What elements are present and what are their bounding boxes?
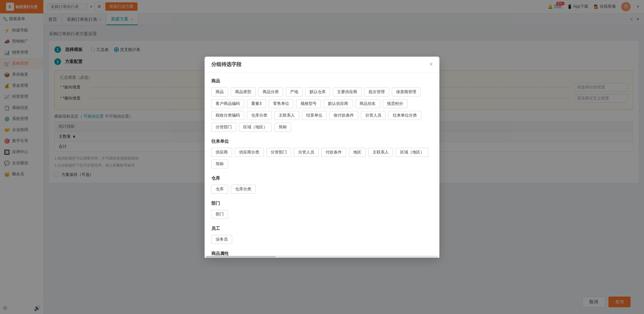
field-tag-warehouse-0[interactable]: 仓库 [211,185,228,194]
field-tag-product-14[interactable]: 拣货积分 [383,99,408,108]
field-tag-product-0[interactable]: 商品 [211,87,228,97]
field-group-partner: 往来单位 供应商 供应商分类 分管部门 分管人员 付款条件 地区 主联系人 区域… [211,138,433,169]
field-tag-product-24[interactable]: 简称 [274,123,291,132]
field-tag-partner-3[interactable]: 分管人员 [294,148,319,157]
field-tag-partner-0[interactable]: 供应商 [211,148,232,157]
field-tag-department-0[interactable]: 部门 [211,210,228,219]
modal-header: 分组待选字段 × [205,57,439,73]
field-group-employee: 员工 业务员 [211,226,433,244]
field-tag-employee-0[interactable]: 业务员 [211,235,232,244]
field-tags-department: 部门 [211,210,433,219]
field-tag-partner-2[interactable]: 分管部门 [266,148,291,157]
field-group-partner-title: 往来单位 [211,138,433,144]
modal-close-button[interactable]: × [430,61,433,67]
field-tag-product-19[interactable]: 收付款条件 [329,111,358,120]
field-tag-product-20[interactable]: 分管人员 [361,111,386,120]
field-tag-partner-4[interactable]: 付款条件 [321,148,346,157]
field-tag-product-5[interactable]: 主要供应商 [333,87,362,97]
field-tag-partner-8[interactable]: 简称 [211,160,228,169]
field-group-warehouse: 仓库 仓库 仓库分类 [211,175,433,194]
scroll-track [206,256,438,257]
field-tag-product-17[interactable]: 主联系人 [274,111,299,120]
field-group-product-attr: 商品属性 属性 颜色 多规格 尺码 鞋码 1 [211,251,433,255]
field-tag-product-15[interactable]: 税收分类编码 [211,111,244,120]
field-tag-product-3[interactable]: 产地 [286,87,303,97]
modal-title: 分组待选字段 [211,61,241,68]
modal-overlay[interactable]: 分组待选字段 × 商品 商品 商品类型 商品分类 产地 默认仓库 主要供应商 批… [0,0,644,314]
scroll-thumb [206,256,276,257]
field-group-warehouse-title: 仓库 [211,175,433,181]
field-tag-product-7[interactable]: 保质期管理 [392,87,421,97]
field-tag-warehouse-1[interactable]: 仓库分类 [231,185,256,194]
field-tag-partner-6[interactable]: 主联系人 [368,148,393,157]
field-tags-product: 商品 商品类型 商品分类 产地 默认仓库 主要供应商 批次管理 保质期管理 客户… [211,87,433,132]
field-group-department-title: 部门 [211,200,433,206]
field-tag-product-1[interactable]: 商品类型 [231,87,256,97]
field-group-product-title: 商品 [211,78,433,84]
field-tags-employee: 业务员 [211,235,433,244]
field-tag-partner-7[interactable]: 区域（地区） [396,148,429,157]
field-tag-product-8[interactable]: 客户商品编码 [211,99,244,108]
modal-dialog: 分组待选字段 × 商品 商品 商品类型 商品分类 产地 默认仓库 主要供应商 批… [205,57,439,258]
field-tags-partner: 供应商 供应商分类 分管部门 分管人员 付款条件 地区 主联系人 区域（地区） … [211,148,433,169]
field-tag-product-10[interactable]: 零售单位 [269,99,293,108]
modal-horizontal-scrollbar[interactable] [205,255,439,258]
field-tags-warehouse: 仓库 仓库分类 [211,185,433,194]
field-group-employee-title: 员工 [211,226,433,232]
field-tag-product-22[interactable]: 分管部门 [211,123,236,132]
field-group-department: 部门 部门 [211,200,433,219]
field-tag-product-21[interactable]: 往来单位分类 [388,111,421,120]
field-tag-product-16[interactable]: 仓库分类 [247,111,272,120]
field-tag-partner-5[interactable]: 地区 [349,148,366,157]
field-group-product-attr-title: 商品属性 [211,251,433,255]
field-tag-product-9[interactable]: 重量3 [247,99,266,108]
field-tag-product-13[interactable]: 商品别名 [355,99,380,108]
field-tag-product-23[interactable]: 区域（地区） [239,123,272,132]
field-tag-product-4[interactable]: 默认仓库 [305,87,330,97]
field-group-product: 商品 商品 商品类型 商品分类 产地 默认仓库 主要供应商 批次管理 保质期管理… [211,78,433,132]
field-tag-product-18[interactable]: 结算单位 [302,111,327,120]
field-tag-product-6[interactable]: 批次管理 [364,87,389,97]
field-tag-product-12[interactable]: 默认供应商 [324,99,353,108]
modal-body: 商品 商品 商品类型 商品分类 产地 默认仓库 主要供应商 批次管理 保质期管理… [205,73,439,255]
field-tag-product-2[interactable]: 商品分类 [258,87,283,97]
field-tag-partner-1[interactable]: 供应商分类 [235,148,264,157]
field-tag-product-11[interactable]: 规格型号 [296,99,321,108]
